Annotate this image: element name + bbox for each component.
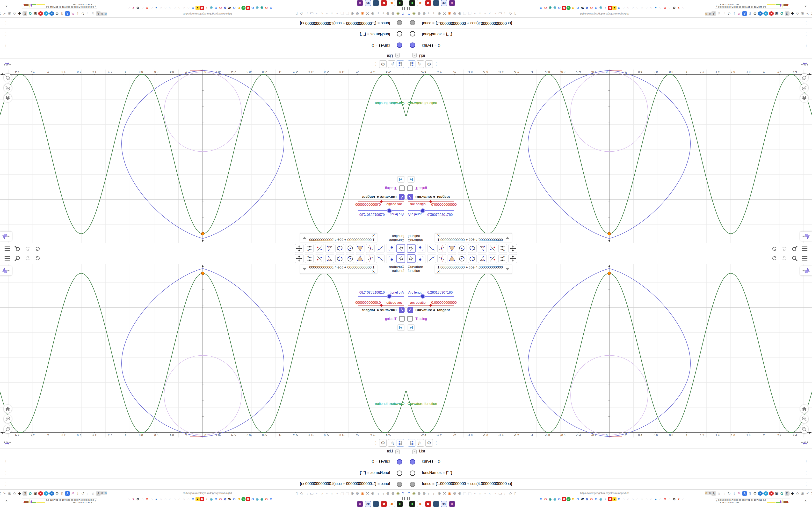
tangent-tool-button[interactable] bbox=[366, 244, 374, 253]
redo-icon[interactable] bbox=[24, 244, 31, 252]
firefox-app-icon[interactable]: ◉ bbox=[389, 501, 395, 507]
badge-favicon[interactable]: ◌ bbox=[150, 6, 154, 10]
site-favicon[interactable]: ◉ bbox=[209, 497, 213, 501]
add-circle-icon[interactable]: + bbox=[758, 491, 763, 496]
back-arrow-icon[interactable]: ← bbox=[304, 11, 309, 16]
wikipedia-favicon[interactable]: W bbox=[580, 497, 585, 501]
pinwheel-icon[interactable]: ✿ bbox=[779, 491, 784, 496]
polygon-tool-button[interactable] bbox=[448, 254, 456, 263]
settings-gear-icon[interactable]: ⚙ bbox=[379, 439, 387, 447]
trash-icon[interactable]: ▣ bbox=[33, 11, 38, 16]
curve-caption[interactable]: Curvature function bbox=[375, 101, 405, 106]
badge-favicon[interactable]: ◌ bbox=[163, 497, 167, 501]
globe-icon[interactable]: ⊕ bbox=[422, 11, 426, 16]
mountain-favicon[interactable]: ▲ bbox=[612, 6, 616, 10]
graphics-view[interactable]: -2.4-2.2-2-1.8-1.6-1.4-1.2-1-0.8-0.6-0.4… bbox=[406, 69, 812, 243]
trash-icon[interactable]: ▣ bbox=[774, 491, 779, 496]
wrench-icon[interactable]: ⚒ bbox=[365, 11, 370, 16]
terminal-app-icon[interactable]: ▮ bbox=[409, 0, 415, 6]
google-favicon[interactable]: G bbox=[594, 497, 598, 501]
thumb-icon[interactable]: ✓ bbox=[805, 11, 810, 16]
lock-icon[interactable]: ▯ bbox=[513, 491, 518, 496]
move-view-tool-button[interactable] bbox=[508, 244, 517, 253]
save64-app-icon[interactable]: 64 bbox=[441, 0, 447, 6]
gear-icon[interactable]: ⚙ bbox=[355, 491, 360, 496]
radio-icon[interactable]: ○ bbox=[319, 11, 324, 16]
gear-icon[interactable]: ⚙ bbox=[452, 491, 457, 496]
badge-favicon[interactable]: ◌ bbox=[626, 6, 630, 10]
visibility-toggle[interactable] bbox=[410, 20, 415, 25]
skip-forward-button[interactable] bbox=[398, 325, 404, 331]
row-kebab-icon[interactable]: ⋮ bbox=[4, 470, 8, 475]
arc-length-slider-handle[interactable] bbox=[387, 208, 392, 213]
badge-favicon[interactable]: ◌ bbox=[168, 497, 172, 501]
yandex-favicon[interactable]: Я bbox=[200, 6, 204, 10]
settings-app-icon[interactable]: ✿ bbox=[381, 501, 387, 507]
display-app-icon[interactable]: ▢ bbox=[373, 0, 379, 6]
down-circle-icon[interactable]: ∨ bbox=[763, 491, 768, 496]
gauge-icon[interactable]: ∩ bbox=[432, 491, 437, 496]
site-favicon[interactable]: ◉ bbox=[209, 6, 213, 10]
visibility-toggle[interactable] bbox=[410, 43, 415, 48]
algebra-row-funcs[interactable]: funcs = {1.000000000000 + cos(4.00000000… bbox=[406, 478, 812, 490]
globe-icon[interactable]: ⊕ bbox=[370, 11, 375, 16]
polygon-tool-button[interactable] bbox=[356, 254, 364, 263]
yandex-favicon[interactable]: Я bbox=[562, 6, 566, 10]
firefox-app-icon[interactable]: ◉ bbox=[389, 0, 395, 6]
star-icon[interactable]: ☆ bbox=[717, 11, 721, 16]
kebab-menu-icon[interactable]: ⋮ bbox=[434, 440, 438, 445]
function-fx-icon[interactable]: fx bbox=[417, 60, 424, 68]
list-section-row[interactable]: − List bbox=[406, 51, 812, 58]
visibility-toggle[interactable] bbox=[410, 470, 415, 476]
row-kebab-icon[interactable]: ⋮ bbox=[804, 43, 808, 48]
home-button[interactable] bbox=[4, 94, 12, 102]
record-circle-icon[interactable]: ● bbox=[38, 12, 43, 16]
site-favicon[interactable]: ◉ bbox=[260, 497, 264, 501]
thumb-icon[interactable]: ✓ bbox=[2, 11, 7, 16]
forward-arrow-icon[interactable]: → bbox=[86, 491, 90, 496]
star-icon[interactable]: ☆ bbox=[91, 491, 95, 496]
funnel-icon[interactable]: Y bbox=[401, 491, 406, 496]
reload-icon[interactable]: ↻ bbox=[727, 11, 731, 16]
collapse-icon[interactable]: − bbox=[412, 450, 417, 454]
f-favicon[interactable]: f bbox=[131, 497, 135, 501]
angle-tool-button[interactable]: α bbox=[478, 254, 487, 263]
font-size-icon[interactable]: A bbox=[711, 491, 716, 496]
badge-favicon[interactable]: ◌ bbox=[658, 497, 662, 501]
site-favicon[interactable]: ◉ bbox=[548, 497, 552, 501]
gear-favicon[interactable]: ⚙ bbox=[136, 497, 140, 501]
font-size-icon[interactable]: A bbox=[96, 12, 101, 16]
wrench-icon[interactable]: ⚒ bbox=[810, 491, 812, 496]
arc-position-slider-handle[interactable] bbox=[429, 201, 432, 203]
gauge-icon[interactable]: ∩ bbox=[427, 491, 432, 496]
site-favicon[interactable]: ◉ bbox=[599, 497, 603, 501]
polygon-tool-button[interactable] bbox=[356, 244, 364, 253]
zoom-in-button[interactable] bbox=[4, 415, 12, 423]
visibility-toggle[interactable] bbox=[410, 31, 415, 37]
shield-d-icon[interactable]: D bbox=[785, 12, 790, 16]
pinwheel-favicon[interactable]: ✿ bbox=[585, 6, 589, 10]
yandex-favicon[interactable]: Я bbox=[608, 6, 612, 10]
algebra-style-icon[interactable] bbox=[3, 60, 12, 68]
angle-tool-button[interactable]: α bbox=[325, 254, 334, 263]
yandex-favicon[interactable]: Я bbox=[200, 497, 204, 501]
url-text[interactable]: https://www.geogebra.org/classic/aagcxh3… bbox=[183, 492, 232, 495]
record-circle-icon[interactable]: ● bbox=[769, 491, 774, 496]
row-kebab-icon[interactable]: ⋮ bbox=[4, 32, 8, 37]
display-app-icon[interactable]: ▢ bbox=[433, 501, 439, 507]
ud-shield-icon[interactable]: ◆ bbox=[790, 491, 795, 496]
gear-favicon[interactable]: ⚙ bbox=[136, 6, 140, 10]
download-icon[interactable]: ↧ bbox=[75, 491, 80, 496]
arc-position-slider[interactable] bbox=[408, 305, 454, 306]
settings-gear-icon[interactable]: ⚙ bbox=[425, 439, 433, 447]
row-kebab-icon[interactable]: ⋮ bbox=[804, 459, 808, 464]
star-icon[interactable]: ☆ bbox=[91, 11, 95, 16]
graphics-stylebar-button[interactable] bbox=[800, 231, 812, 241]
conic-tool-button[interactable] bbox=[468, 254, 476, 263]
gear-icon[interactable]: ⚙ bbox=[452, 11, 457, 16]
mouse-icon[interactable]: ▯ bbox=[60, 11, 64, 16]
badge-favicon[interactable]: ◌ bbox=[140, 497, 145, 501]
wrench-icon[interactable]: ⚒ bbox=[442, 491, 447, 496]
assistant-app-icon[interactable]: ◉ bbox=[449, 0, 455, 6]
shield-d-icon[interactable]: D bbox=[785, 491, 790, 496]
